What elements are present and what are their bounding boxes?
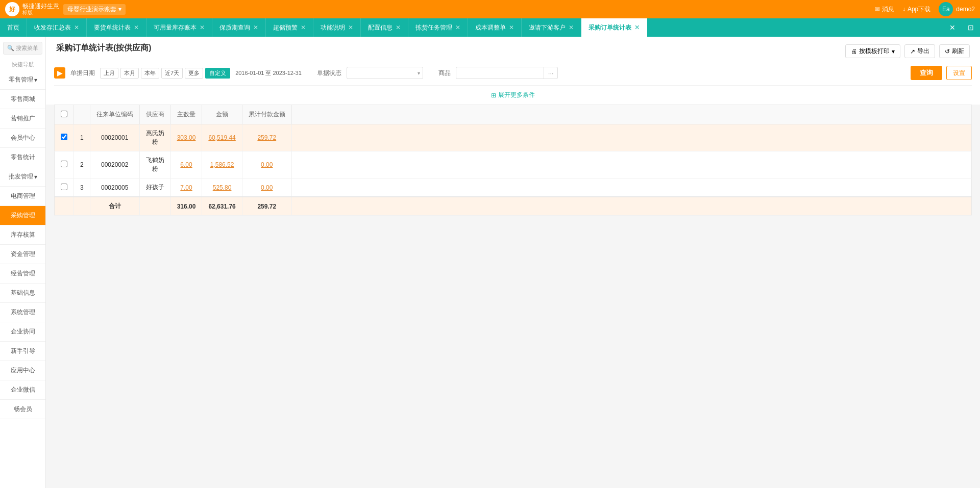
sidebar-item-app-center[interactable]: 应用中心 [0,361,45,380]
sidebar-item-purchase[interactable]: 采购管理 [0,206,45,225]
sidebar-item-wholesale[interactable]: 批发管理 ▾ [0,167,45,187]
col-header-index [74,105,90,124]
row-amount[interactable]: 525.80 [202,178,242,197]
row-main-qty[interactable]: 7.00 [170,178,202,197]
table-row[interactable]: 2 00020002 飞鹤奶粉 6.00 1,586.52 0.00 [55,151,972,178]
chevron-down-icon: ▾ [34,173,37,181]
date-last-month-btn[interactable]: 上月 [100,68,118,79]
close-tab-invite-downstream[interactable]: ✕ [569,24,574,31]
close-tab-receive-summary[interactable]: ✕ [74,24,79,31]
sidebar-item-member[interactable]: 会员中心 [0,129,45,148]
app-download-button[interactable]: ↓ App下载 [902,5,930,14]
close-tab-expiry-query[interactable]: ✕ [253,24,258,31]
tab-overstock-warning[interactable]: 超储预警 ✕ [266,18,313,37]
avatar-icon: Ea [939,2,953,16]
tab-inventory-ledger[interactable]: 可用量库存账本 ✕ [146,18,212,37]
close-tab-config-info[interactable]: ✕ [396,24,401,31]
workspace-selector[interactable]: 母婴行业演示账套 ▾ [63,4,126,15]
row-amount[interactable]: 1,586.52 [202,151,242,178]
date-this-year-btn[interactable]: 本年 [141,68,159,79]
row-paid-amount[interactable]: 0.00 [242,151,291,178]
row-paid-amount[interactable]: 0.00 [242,178,291,197]
sidebar-item-operations[interactable]: 经营管理 [0,264,45,284]
row-main-qty[interactable]: 6.00 [170,151,202,178]
close-tab-inventory-ledger[interactable]: ✕ [200,24,205,31]
table-row[interactable]: 3 00020005 好孩子 7.00 525.80 0.00 [55,178,972,197]
col-header-unit-code: 往来单位编码 [90,105,139,124]
close-tab-overstock-warning[interactable]: ✕ [301,24,306,31]
tab-receive-summary[interactable]: 收发存汇总表 ✕ [27,18,87,37]
settings-button[interactable]: 设置 [946,66,972,80]
tab-cost-adjust[interactable]: 成本调整单 ✕ [468,18,522,37]
sidebar-item-marketing[interactable]: 营销推广 [0,109,45,129]
close-tab-cost-adjust[interactable]: ✕ [509,24,514,31]
query-button[interactable]: 查询 [911,66,942,80]
tab-home[interactable]: 首页 [0,18,27,37]
sidebar-item-vip[interactable]: 畅会员 [0,400,45,419]
sidebar-item-retail[interactable]: 零售管理 ▾ [0,70,45,90]
restore-tabs-button[interactable]: ⊡ [962,18,980,37]
close-tab-function-desc[interactable]: ✕ [348,24,353,31]
tab-order-summary[interactable]: 要货单统计表 ✕ [87,18,146,37]
row-amount[interactable]: 60,519.44 [202,124,242,151]
close-tab-order-summary[interactable]: ✕ [134,24,139,31]
close-all-tabs-button[interactable]: ✕ [943,18,962,37]
status-select[interactable] [347,67,423,79]
row-select-checkbox[interactable] [61,134,67,140]
tab-invite-downstream[interactable]: 邀请下游客户 ✕ [522,18,581,37]
sidebar-item-basic-info[interactable]: 基础信息 [0,284,45,303]
sidebar-item-new-guide[interactable]: 新手引导 [0,342,45,361]
chevron-down-icon: ⊞ [491,92,496,99]
col-header-main-qty: 主数量 [170,105,202,124]
sidebar-search-input[interactable]: 🔍 搜索菜单 [3,42,42,55]
sidebar-item-enterprise-collab[interactable]: 企业协同 [0,322,45,342]
expand-more-button[interactable]: ⊞ 展开更多条件 [491,89,535,101]
logo-text: 畅捷通好生意 标版 [22,3,59,16]
tab-function-desc[interactable]: 功能说明 ✕ [313,18,361,37]
sidebar-item-retail-stats[interactable]: 零售统计 [0,148,45,167]
table-row[interactable]: 1 00020001 惠氏奶粉 303.00 60,519.44 259.72 [55,124,972,151]
filter-toggle-button[interactable]: ▶ [54,67,65,79]
footer-empty [291,197,971,216]
tab-pick-task[interactable]: 拣货任务管理 ✕ [408,18,468,37]
sidebar-item-inventory[interactable]: 库存核算 [0,225,45,245]
user-avatar[interactable]: Ea demo2 [939,2,975,16]
sidebar-item-enterprise-wechat[interactable]: 企业微信 [0,380,45,400]
print-icon: 🖨 [851,48,857,55]
sidebar-quick-nav[interactable]: 快捷导航 [0,58,45,70]
goods-input[interactable] [456,67,558,79]
goods-input-more-button[interactable]: ··· [544,67,558,79]
date-more-btn[interactable]: 更多 [185,68,203,79]
row-supplier: 惠氏奶粉 [139,124,170,151]
footer-label: 合计 [90,197,139,216]
row-select-checkbox[interactable] [61,161,67,167]
tab-config-info[interactable]: 配置信息 ✕ [361,18,408,37]
date-this-month-btn[interactable]: 本月 [120,68,139,79]
chevron-down-icon: ▾ [34,76,37,84]
sidebar-item-retail-mall[interactable]: 零售商城 [0,90,45,109]
sidebar-item-ecommerce[interactable]: 电商管理 [0,187,45,206]
tab-purchase-summary[interactable]: 采购订单统计表 ✕ [581,18,647,37]
close-tab-purchase-summary[interactable]: ✕ [634,24,640,31]
message-button[interactable]: ✉ 消息 [875,5,894,14]
logo-area: 好 畅捷通好生意 标版 [5,2,59,16]
date-custom-btn[interactable]: 自定义 [205,68,230,79]
sidebar-item-finance[interactable]: 资金管理 [0,245,45,264]
row-index: 3 [74,178,90,197]
page-top-area: 采购订单统计表(按供应商) 🖨 按模板打印 ▾ ↗ 导出 ↺ 刷新 [46,37,980,60]
top-bar: 好 畅捷通好生意 标版 母婴行业演示账套 ▾ ✉ 消息 ↓ App下载 Ea d… [0,0,980,18]
row-select-checkbox[interactable] [61,184,67,190]
date-last-7days-btn[interactable]: 近7天 [161,68,183,79]
tab-expiry-query[interactable]: 保质期查询 ✕ [212,18,266,37]
chevron-down-icon: ▾ [118,6,121,13]
top-bar-left: 好 畅捷通好生意 标版 母婴行业演示账套 ▾ [5,2,126,16]
close-tab-pick-task[interactable]: ✕ [455,24,460,31]
refresh-button[interactable]: ↺ 刷新 [939,44,970,58]
row-main-qty[interactable]: 303.00 [170,124,202,151]
select-all-checkbox[interactable] [61,111,67,117]
row-paid-amount[interactable]: 259.72 [242,124,291,151]
template-print-button[interactable]: 🖨 按模板打印 ▾ [845,44,900,58]
export-button[interactable]: ↗ 导出 [904,44,935,58]
table-section: 往来单位编码 供应商 主数量 金额 累计付款金额 1 00020001 惠氏奶粉 [46,105,980,488]
sidebar-item-system[interactable]: 系统管理 [0,303,45,322]
